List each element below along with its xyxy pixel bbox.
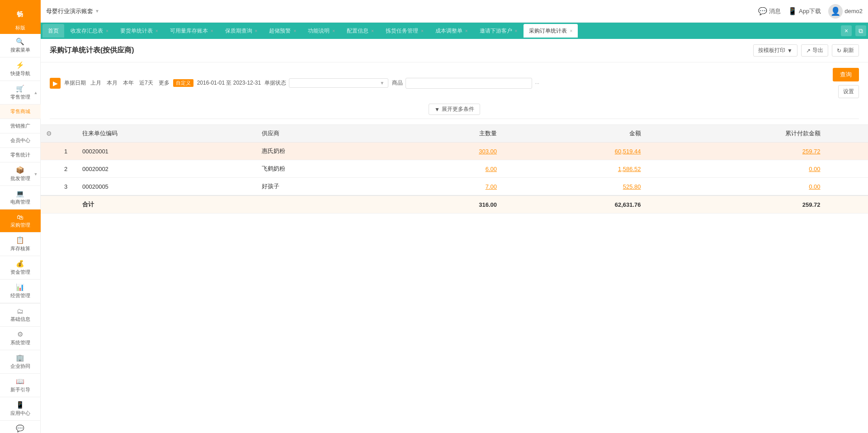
- sidebar-item-marketing[interactable]: 营销推广: [0, 119, 41, 133]
- btn-template-print[interactable]: 按模板打印 ▼: [753, 44, 797, 57]
- date-shortcuts: 上月 本月 本年 近7天 更多 自定义: [89, 78, 193, 88]
- tab-overstock[interactable]: 超储预警 ×: [264, 24, 302, 38]
- sidebar-search[interactable]: 🔍 搜索菜单: [0, 34, 41, 57]
- sidebar-item-enterprise[interactable]: 🏢 企业协同: [0, 350, 41, 374]
- shortcut-last-month[interactable]: 上月: [89, 78, 103, 88]
- message-btn[interactable]: 💬 消息: [758, 7, 781, 15]
- sidebar-search-label: 搜索菜单: [10, 47, 30, 53]
- tab-expiry[interactable]: 保质期查询 ×: [220, 24, 263, 38]
- sidebar-item-wholesale[interactable]: 📦 批发管理 ▼: [0, 162, 41, 186]
- inventory-icon: 📋: [16, 236, 24, 244]
- tab-pick-task-close-icon[interactable]: ×: [421, 29, 424, 33]
- tab-cost-adj[interactable]: 成本调整单 ×: [430, 24, 473, 38]
- footer-empty2: [59, 195, 77, 214]
- tab-order-stat[interactable]: 要货单统计表 ×: [115, 24, 164, 38]
- retail-label: 零售管理: [10, 94, 30, 100]
- row3-amount-link[interactable]: 525.80: [623, 183, 641, 190]
- sidebar-item-retail[interactable]: 🛒 零售管理 ▲: [0, 81, 41, 105]
- tab-qty-ledger[interactable]: 可用量库存账本 ×: [165, 24, 219, 38]
- filter-toggle-btn[interactable]: ▶: [50, 78, 61, 89]
- sidebar-item-operation[interactable]: 📊 经营管理: [0, 280, 41, 303]
- tab-invite-down-close-icon[interactable]: ×: [515, 29, 518, 33]
- tab-recv-send-close-icon[interactable]: ×: [106, 29, 108, 33]
- tab-config[interactable]: 配置信息 ×: [341, 24, 379, 38]
- tab-expiry-close-icon[interactable]: ×: [255, 29, 258, 33]
- btn-expand-more[interactable]: ▼ 展开更多条件: [429, 104, 480, 115]
- app-download-btn[interactable]: 📱 App下载: [788, 7, 821, 15]
- row1-qty-link[interactable]: 303.00: [479, 148, 497, 155]
- tab-order-stat-close-icon[interactable]: ×: [156, 29, 158, 33]
- row2-amount-link[interactable]: 1,586.52: [618, 166, 641, 172]
- tabbar: 首页 收发存汇总表 × 要货单统计表 × 可用量库存账本 × 保质期查询 × 超…: [41, 23, 868, 39]
- tabbar-close-btn[interactable]: ×: [841, 25, 852, 36]
- tab-home[interactable]: 首页: [42, 24, 64, 38]
- workspace-selector[interactable]: 母婴行业演示账套 ▼: [46, 7, 99, 15]
- row1-paid-link[interactable]: 259.72: [802, 148, 821, 155]
- finance-icon: 💰: [16, 260, 24, 268]
- btn-settings-label: 设置: [843, 88, 854, 95]
- row1-amount-link[interactable]: 60,519.44: [615, 148, 641, 155]
- user-profile-btn[interactable]: 👤 demo2: [828, 4, 863, 19]
- sidebar-item-appcenter[interactable]: 📱 应用中心: [0, 397, 41, 421]
- row2-paid-link[interactable]: 0.00: [809, 166, 820, 172]
- basic-label: 基础信息: [10, 316, 30, 323]
- data-table: ⚙ 往来单位编码 供应商 主数量 金额 累计付款金额 1: [41, 125, 868, 214]
- status-select[interactable]: ▼: [289, 78, 388, 88]
- shortcut-more[interactable]: 更多: [157, 78, 171, 88]
- sidebar-item-basic[interactable]: 🗂 基础信息: [0, 303, 41, 327]
- sidebar-item-wechat[interactable]: 💬 企业微信: [0, 421, 41, 433]
- tab-recv-send[interactable]: 收发存汇总表 ×: [65, 24, 114, 38]
- workspace-arrow-icon: ▼: [95, 9, 99, 14]
- sidebar-item-finance[interactable]: 💰 资金管理: [0, 256, 41, 280]
- shortcut-this-month[interactable]: 本月: [105, 78, 119, 88]
- sidebar-item-purchase[interactable]: 🛍 采购管理: [0, 209, 41, 233]
- footer-paid: 259.72: [646, 195, 826, 214]
- th-supplier-name: 供应商: [256, 125, 390, 143]
- tab-cost-adj-close-icon[interactable]: ×: [465, 29, 468, 33]
- footer-amount: 62,631.76: [502, 195, 646, 214]
- date-custom-tag[interactable]: 自定义: [173, 79, 193, 87]
- filter-status-group: 单据状态 ▼: [264, 78, 388, 88]
- topbar-left: 母婴行业演示账套 ▼: [46, 7, 99, 15]
- row3-paid-link[interactable]: 0.00: [809, 183, 820, 190]
- btn-refresh[interactable]: ↻ 刷新: [832, 44, 859, 57]
- wechat-icon: 💬: [16, 424, 24, 433]
- column-settings-icon[interactable]: ⚙: [46, 130, 52, 137]
- tab-pick-task[interactable]: 拣货任务管理 ×: [380, 24, 429, 38]
- tab-expiry-label: 保质期查询: [225, 27, 252, 35]
- goods-more-icon[interactable]: ···: [535, 80, 539, 86]
- goods-input[interactable]: [406, 78, 532, 89]
- tab-config-close-icon[interactable]: ×: [371, 29, 374, 33]
- app-download-label: App下载: [799, 7, 821, 15]
- tabbar-restore-btn[interactable]: ⧉: [855, 25, 866, 36]
- sidebar-item-member[interactable]: 会员中心: [0, 133, 41, 148]
- btn-export[interactable]: ↗ 导出: [801, 44, 828, 57]
- sidebar-item-system[interactable]: ⚙ 系统管理: [0, 327, 41, 350]
- btn-settings[interactable]: 设置: [838, 85, 859, 98]
- row2-qty-link[interactable]: 6.00: [486, 166, 497, 172]
- row1-qty: 303.00: [390, 143, 502, 160]
- row3-qty-link[interactable]: 7.00: [486, 183, 497, 190]
- btn-expand-label: 展开更多条件: [442, 105, 474, 113]
- tab-invite-down[interactable]: 邀请下游客户 ×: [474, 24, 523, 38]
- tab-purchase-stat[interactable]: 采购订单统计表 ×: [524, 24, 578, 38]
- sidebar-item-guide[interactable]: 📖 新手引导: [0, 374, 41, 397]
- btn-template-arrow-icon: ▼: [787, 48, 793, 54]
- sidebar-item-retail-mall[interactable]: 零售商城: [0, 105, 41, 119]
- tab-overstock-close-icon[interactable]: ×: [293, 29, 296, 33]
- user-avatar: 👤: [828, 4, 843, 19]
- sidebar-item-ecommerce[interactable]: 💻 电商管理: [0, 186, 41, 209]
- tab-qty-ledger-close-icon[interactable]: ×: [211, 29, 213, 33]
- tab-func-desc-close-icon[interactable]: ×: [332, 29, 335, 33]
- shortcut-7days[interactable]: 近7天: [137, 78, 155, 88]
- shortcut-this-year[interactable]: 本年: [121, 78, 136, 88]
- tab-func-desc[interactable]: 功能说明 ×: [302, 24, 340, 38]
- sidebar-item-retail-stat[interactable]: 零售统计: [0, 148, 41, 162]
- ecommerce-icon: 💻: [16, 190, 24, 198]
- tab-purchase-stat-close-icon[interactable]: ×: [570, 29, 572, 33]
- wholesale-label: 批发管理: [10, 175, 30, 182]
- sidebar-item-inventory[interactable]: 📋 库存核算: [0, 233, 41, 256]
- sidebar-item-quick-nav[interactable]: ⚡ 快捷导航: [0, 57, 41, 81]
- date-label: 单据日期: [64, 79, 86, 87]
- btn-query[interactable]: 查询: [833, 68, 859, 81]
